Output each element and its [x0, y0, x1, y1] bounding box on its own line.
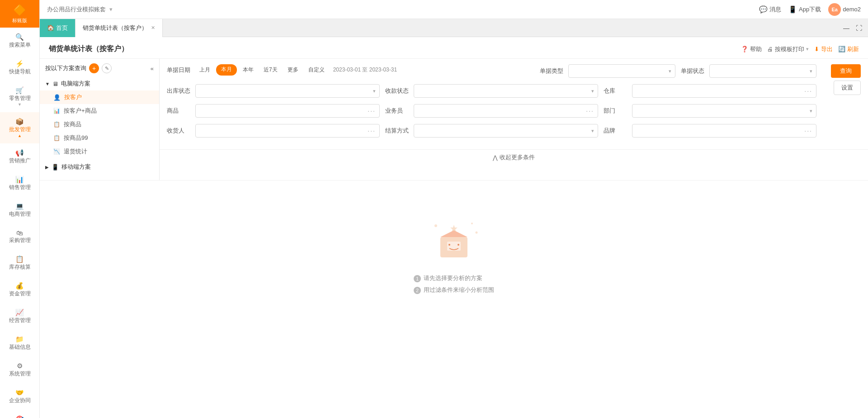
scheme-item-customer-goods[interactable]: 📊 按客户+商品	[40, 104, 159, 118]
sidebar-item-search[interactable]: 🔍 搜索菜单	[0, 28, 39, 54]
export-btn[interactable]: ⬇ 导出	[814, 45, 833, 53]
search-icon: 🔍	[15, 33, 24, 41]
page-header: 销货单统计表（按客户） ❓ 帮助 🖨 按模板打印 ▾ ⬇ 导出 🔄 刷新	[40, 37, 868, 59]
filter-area: 按以下方案查询 + ✎ « ▼ 🖥 电脑端方案 👤 按客户	[40, 59, 868, 180]
date-tab-7days[interactable]: 近7天	[259, 64, 282, 76]
empty-state: 请先选择要分析的方案 用过滤条件来缩小分析范围	[40, 180, 868, 332]
mobile-scheme-group-header[interactable]: ▶ 📱 移动端方案	[40, 160, 159, 174]
doctype-control[interactable]: ▾	[568, 64, 675, 78]
tab-home[interactable]: 🏠 首页	[40, 19, 75, 37]
ecommerce-icon: 💻	[15, 202, 24, 210]
sidebar-item-wholesale[interactable]: 📦 批发管理 ▲	[0, 112, 39, 143]
settlement-control[interactable]: ▾	[414, 124, 598, 138]
tab-sales-label: 销货单统计表（按客户）	[83, 24, 147, 32]
scheme-item-label: 按商品99	[64, 134, 88, 142]
scheme-item-return-stats[interactable]: 📉 退货统计	[40, 145, 159, 158]
date-tab-more[interactable]: 更多	[283, 64, 302, 76]
tabbar: 🏠 首页 销货单统计表（按客户） ✕ — ⛶	[40, 19, 868, 37]
tab-close-icon[interactable]: ✕	[151, 25, 155, 31]
breadcrumb-dropdown-icon[interactable]: ▾	[109, 6, 113, 13]
sidebar-item-inventory[interactable]: 📋 库存核算	[0, 250, 39, 276]
table-icon: 📋	[53, 121, 60, 128]
date-tab-thisyear[interactable]: 本年	[239, 64, 258, 76]
warehouse-control[interactable]: ···	[632, 84, 816, 98]
receiver-control[interactable]: ···	[195, 124, 380, 138]
sidebar-item-ecommerce[interactable]: 💻 电商管理	[0, 197, 39, 223]
sidebar-item-marketing[interactable]: 📢 营销推广	[0, 143, 39, 170]
date-tab-thismonth[interactable]: 本月	[216, 64, 237, 76]
sales-icon: 📊	[15, 176, 24, 184]
avatar: Ea	[828, 3, 841, 16]
right-panel: 单据日期 上月 本月 本年 近7天 更多 自定义	[160, 59, 868, 180]
sidebar-item-guide[interactable]: 🎯 新手引导	[0, 410, 39, 418]
empty-tip-1: 请先选择要分析的方案	[414, 272, 494, 284]
query-button[interactable]: 查询	[831, 64, 861, 78]
sidebar-item-collab[interactable]: 🤝 企业协同	[0, 383, 39, 410]
collapse-icon: ▲	[18, 133, 22, 138]
logo-area: 🔶 标账版	[0, 0, 39, 28]
filter-row-1: 单据日期 上月 本月 本年 近7天 更多 自定义	[167, 64, 816, 78]
user-profile-btn[interactable]: Ea demo2	[828, 3, 861, 16]
tab-maximize-btn[interactable]: ⛶	[854, 23, 864, 33]
sidebar-menu: 🔍 搜索菜单 ⚡ 快捷导航 🛒 零售管理 ▼ 📦 批发管理 ▲ 📢 营销推广 📊…	[0, 28, 39, 418]
scheme-item-goods99[interactable]: 📋 按商品99	[40, 131, 159, 145]
tab-sales-stats[interactable]: 销货单统计表（按客户） ✕	[75, 19, 163, 37]
scheme-item-customer[interactable]: 👤 按客户	[40, 90, 159, 104]
marketing-icon: 📢	[15, 149, 24, 157]
outstatus-arrow-icon: ▾	[373, 88, 376, 94]
template-print-btn[interactable]: 🖨 按模板打印 ▾	[767, 45, 809, 53]
filter-item-brand: 品牌 ···	[604, 124, 816, 138]
sidebar-item-finance[interactable]: 💰 资金管理	[0, 276, 39, 303]
help-btn[interactable]: ❓ 帮助	[741, 45, 762, 53]
sidebar-item-sales[interactable]: 📊 销售管理	[0, 170, 39, 197]
docstatus-control[interactable]: ▾	[709, 64, 816, 78]
filter-and-actions: 单据日期 上月 本月 本年 近7天 更多 自定义	[160, 59, 868, 149]
date-tab-custom[interactable]: 自定义	[304, 64, 329, 76]
edit-scheme-btn[interactable]: ✎	[102, 63, 112, 73]
sidebar-item-retail[interactable]: 🛒 零售管理 ▼	[0, 81, 39, 112]
brand-control[interactable]: ···	[632, 124, 816, 138]
filter-item-goods: 商品 ···	[167, 104, 380, 118]
sidebar-item-basic[interactable]: 📁 基础信息	[0, 330, 39, 356]
department-arrow-icon: ▾	[810, 108, 812, 114]
doctype-label: 单据类型	[540, 67, 565, 75]
department-label: 部门	[604, 107, 628, 115]
sidebar-item-operation[interactable]: 📈 经营管理	[0, 303, 39, 330]
message-btn[interactable]: 💬 消息	[759, 5, 781, 14]
refresh-btn[interactable]: 🔄 刷新	[838, 45, 859, 53]
pc-scheme-group-header[interactable]: ▼ 🖥 电脑端方案	[40, 77, 159, 90]
collapse-up-icon: ⋀	[493, 154, 498, 161]
brand-dots-icon: ···	[804, 127, 812, 134]
pc-scheme-label: 电脑端方案	[61, 80, 90, 88]
mobile-icon: 📱	[52, 164, 59, 171]
topbar: 办公用品行业模拟账套 ▾ 💬 消息 📱 App下载 Ea demo2	[40, 0, 868, 19]
tab-minimize-btn[interactable]: —	[841, 23, 852, 33]
date-range-text: 2023-03-01 至 2023-03-31	[333, 66, 397, 74]
message-label: 消息	[769, 5, 781, 14]
settlement-arrow-icon: ▾	[591, 128, 594, 134]
sidebar-item-purchase[interactable]: 🛍 采购管理	[0, 223, 39, 250]
filter-item-payment: 收款状态 ▾	[385, 84, 598, 98]
settings-button[interactable]: 设置	[834, 81, 861, 95]
outstatus-control[interactable]: ▾	[195, 84, 380, 98]
collapse-panel-btn[interactable]: «	[151, 65, 154, 72]
salesperson-label: 业务员	[385, 107, 410, 115]
department-control[interactable]: ▾	[632, 104, 816, 118]
filter-item-doctype: 单据类型 ▾	[540, 64, 675, 78]
main-area: 办公用品行业模拟账套 ▾ 💬 消息 📱 App下载 Ea demo2 🏠 首页 …	[40, 0, 868, 418]
payment-control[interactable]: ▾	[414, 84, 598, 98]
filter-item-docstatus: 单据状态 ▾	[681, 64, 816, 78]
scheme-item-goods[interactable]: 📋 按商品	[40, 118, 159, 131]
salesperson-control[interactable]: ···	[414, 104, 598, 118]
add-scheme-btn[interactable]: +	[89, 63, 99, 73]
sidebar-item-system[interactable]: ⚙ 系统管理	[0, 356, 39, 383]
app-icon: 📱	[788, 5, 797, 14]
scheme-panel: 按以下方案查询 + ✎ « ▼ 🖥 电脑端方案 👤 按客户	[40, 59, 160, 180]
collapse-more-btn[interactable]: ⋀ 收起更多条件	[493, 153, 535, 162]
app-download-btn[interactable]: 📱 App下载	[788, 5, 821, 14]
date-tab-lastmonth[interactable]: 上月	[195, 64, 214, 76]
goods-control[interactable]: ···	[195, 104, 380, 118]
sidebar-item-nav[interactable]: ⚡ 快捷导航	[0, 54, 39, 81]
sidebar-item-label: 采购管理	[9, 237, 31, 244]
mobile-group-arrow: ▶	[45, 165, 49, 170]
